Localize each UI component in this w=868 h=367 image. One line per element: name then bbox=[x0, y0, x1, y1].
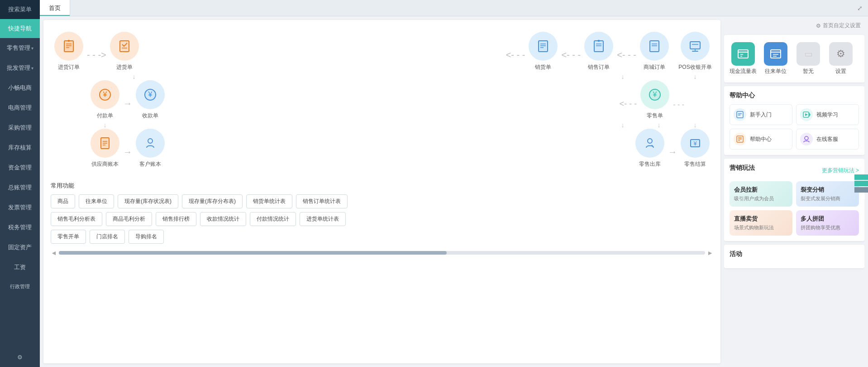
sidebar-item-ledger[interactable]: 总账管理 bbox=[0, 178, 40, 198]
float-btn-desktop[interactable]: 桌面快捷 bbox=[854, 187, 868, 193]
shortcut-none[interactable]: ▭ 暂无 bbox=[795, 42, 822, 75]
func-btn-payment-stat[interactable]: 付款情况统计 bbox=[250, 212, 296, 226]
help-item-service[interactable]: 在线客服 bbox=[796, 129, 859, 150]
float-btn-hotline[interactable]: 客服热线 bbox=[854, 174, 868, 180]
common-functions-title: 常用功能 bbox=[51, 182, 713, 190]
func-btn-sales-profit[interactable]: 销售毛利分析表 bbox=[51, 212, 102, 226]
fullscreen-button[interactable]: ⤢ bbox=[852, 5, 868, 12]
func-btn-sales-order-stat[interactable]: 销售订单统计表 bbox=[296, 194, 348, 208]
marketing-item-member[interactable]: 会员拉新 吸引用户成为会员 bbox=[730, 181, 792, 207]
svg-rect-9 bbox=[539, 41, 548, 52]
help-icon-center bbox=[734, 133, 746, 145]
spacer-5 bbox=[641, 73, 677, 80]
shortcut-settings[interactable]: ⚙ 设置 bbox=[827, 42, 854, 75]
sidebar-item-label-ledger: 总账管理 bbox=[8, 184, 32, 192]
scroll-right-button[interactable]: ► bbox=[707, 249, 713, 256]
marketing-item-group[interactable]: 多人拼团 拼团购物享受优惠 bbox=[796, 210, 859, 236]
sidebar-item-label-assets: 固定资产 bbox=[8, 243, 32, 251]
sidebar-item-finance[interactable]: 资金管理 bbox=[0, 158, 40, 178]
svg-rect-19 bbox=[650, 41, 659, 52]
sidebar-item-wholesale[interactable]: 批发管理 ▾ bbox=[0, 58, 40, 78]
func-btn-partner[interactable]: 往来单位 bbox=[79, 194, 114, 208]
node-purchase-order[interactable]: 进货订单 bbox=[51, 32, 87, 71]
sidebar-item-assets[interactable]: 固定资产 bbox=[0, 237, 40, 257]
help-icon-video bbox=[800, 108, 813, 121]
node-receipt[interactable]: ¥ 收款单 bbox=[132, 80, 168, 120]
sidebar-item-retail[interactable]: 零售管理 ▾ bbox=[0, 38, 40, 58]
help-item-video[interactable]: 视频学习 bbox=[796, 104, 859, 125]
shortcuts-list: 现金流量表 往来单位 ▭ 暂无 bbox=[730, 39, 859, 79]
func-btn-guide-rank[interactable]: 导购排名 bbox=[129, 230, 164, 244]
node-label-pos: POS收银开单 bbox=[678, 63, 711, 71]
shortcut-cashflow[interactable]: 现金流量表 bbox=[730, 42, 757, 75]
dashed-right: - - - bbox=[673, 101, 684, 109]
node-label-payment: 付款单 bbox=[97, 112, 113, 120]
func-btn-store-rank[interactable]: 门店排名 bbox=[90, 230, 125, 244]
func-btn-stock-dist[interactable]: 现存量(库存分布表) bbox=[182, 194, 243, 208]
node-retail-out[interactable]: 零售出库 bbox=[632, 129, 668, 168]
func-btn-goods-profit[interactable]: 商品毛利分析 bbox=[106, 212, 152, 226]
node-circle-supplier-book bbox=[91, 129, 119, 158]
sidebar-item-tax[interactable]: 税务管理 bbox=[0, 217, 40, 237]
help-grid: 新手入门 视频学习 帮助中心 bbox=[730, 104, 859, 150]
node-retail-slip[interactable]: ¥ 零售单 bbox=[637, 80, 673, 120]
sidebar-item-admin[interactable]: 行政管理 bbox=[0, 277, 40, 296]
shortcut-partners[interactable]: 往来单位 bbox=[762, 42, 789, 75]
customize-label: 首页自定义设置 bbox=[823, 22, 861, 29]
sidebar-item-purchase[interactable]: 采购管理 bbox=[0, 118, 40, 138]
quick-nav-button[interactable]: 快捷导航 bbox=[0, 19, 40, 38]
sidebar-item-invoice[interactable]: 发票管理 bbox=[0, 198, 40, 217]
node-pos[interactable]: POS收银开单 bbox=[677, 32, 713, 71]
node-payment[interactable]: ¥ 付款单 bbox=[87, 80, 123, 120]
node-sales-slip[interactable]: 销货单 bbox=[525, 32, 561, 71]
marketing-item-fission[interactable]: 裂变分销 裂变式发展分销商 bbox=[796, 181, 859, 207]
marketing-card: 营销玩法 更多营销玩法 > 会员拉新 吸引用户成为会员 裂变分销 裂变式发展分销… bbox=[724, 159, 864, 241]
help-label-video: 视频学习 bbox=[816, 111, 838, 119]
func-btn-goods[interactable]: 商品 bbox=[51, 194, 75, 208]
help-item-center[interactable]: 帮助中心 bbox=[730, 129, 792, 150]
node-retail-settle[interactable]: ¥ 零售结算 bbox=[677, 129, 713, 168]
func-btn-stock-status[interactable]: 现存量(库存状况表) bbox=[118, 194, 178, 208]
scroll-left-button[interactable]: ◄ bbox=[51, 249, 57, 256]
down-arrow-retail-settle: ↓ bbox=[677, 121, 713, 129]
sidebar-item-label-tax: 税务管理 bbox=[8, 223, 32, 232]
help-item-beginner[interactable]: 新手入门 bbox=[730, 104, 792, 125]
marketing-more-link[interactable]: 更多营销玩法 > bbox=[822, 167, 859, 174]
func-btn-retail-order[interactable]: 零售开单 bbox=[51, 230, 86, 244]
sidebar: 搜索菜单 快捷导航 零售管理 ▾ 批发管理 ▾ 小畅电商 电商管理 采购管理 库… bbox=[0, 0, 40, 367]
tab-home[interactable]: 首页 bbox=[40, 0, 70, 16]
sidebar-gear-button[interactable]: ⚙ bbox=[0, 348, 40, 367]
tabbar: 首页 ⤢ bbox=[40, 0, 868, 16]
down-arrow-retail-slip: ↓ bbox=[641, 121, 677, 129]
node-sales-order[interactable]: 销售订单 bbox=[581, 32, 617, 71]
node-label-retail-settle: 零售结算 bbox=[684, 160, 706, 168]
marketing-subtitle-fission: 裂变式发展分销商 bbox=[801, 195, 854, 202]
arrow-8: → bbox=[668, 147, 677, 157]
node-purchase-slip[interactable]: 进货单 bbox=[106, 32, 143, 71]
float-btn-community[interactable]: 服务社区 bbox=[854, 181, 868, 186]
func-btn-purchase-stat[interactable]: 进货单统计表 bbox=[300, 212, 346, 226]
node-circle-payment: ¥ bbox=[91, 80, 119, 109]
marketing-item-live[interactable]: 直播卖货 场景式购物新玩法 bbox=[730, 210, 792, 236]
svg-text:¥: ¥ bbox=[693, 140, 697, 147]
node-label-shop-order: 商城订单 bbox=[644, 63, 665, 71]
func-btn-sales-rank[interactable]: 销售排行榜 bbox=[156, 212, 196, 226]
svg-rect-56 bbox=[737, 111, 743, 118]
node-supplier-book[interactable]: 供应商账本 bbox=[87, 129, 123, 168]
left-panel: 进货订单 - - -> 进货单 <- - - bbox=[43, 20, 720, 363]
sidebar-item-ecommerce-small[interactable]: 小畅电商 bbox=[0, 78, 40, 98]
right-panel: ⚙ 首页自定义设置 现金流量表 往来单位 bbox=[724, 20, 864, 363]
spacer-2 bbox=[80, 73, 116, 80]
sidebar-item-ecommerce-mgmt[interactable]: 电商管理 bbox=[0, 98, 40, 118]
customize-bar[interactable]: ⚙ 首页自定义设置 bbox=[724, 20, 864, 31]
horizontal-scrollbar[interactable]: ◄ ► bbox=[51, 247, 713, 258]
func-btn-sales-stat[interactable]: 销货单统计表 bbox=[246, 194, 292, 208]
search-menu-button[interactable]: 搜索菜单 bbox=[0, 0, 40, 19]
sidebar-item-inventory[interactable]: 库存核算 bbox=[0, 138, 40, 158]
shortcut-label-settings: 设置 bbox=[835, 68, 846, 75]
func-btn-receipt-stat[interactable]: 收款情况统计 bbox=[200, 212, 246, 226]
sidebar-item-salary[interactable]: 工资 bbox=[0, 257, 40, 277]
scroll-track[interactable] bbox=[59, 251, 705, 255]
node-shop-order[interactable]: 商城订单 bbox=[636, 32, 672, 71]
node-customer-book[interactable]: 客户账本 bbox=[132, 129, 168, 168]
